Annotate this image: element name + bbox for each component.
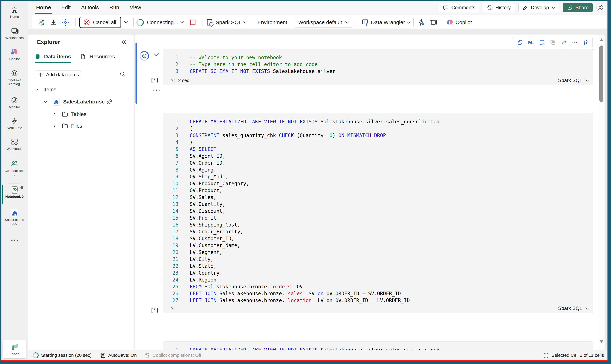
more-cell-actions-button[interactable] xyxy=(570,38,579,47)
tree-item-items[interactable]: Items xyxy=(28,84,134,95)
session-status-dropdown[interactable]: Connecting... xyxy=(136,19,184,26)
code-line[interactable]: 1CREATE MATERIALIZED LAKE VIEW IF NOT EX… xyxy=(163,118,593,125)
code-line[interactable]: 12SV.Sales, xyxy=(163,194,593,201)
code-line[interactable]: 23LV.Country, xyxy=(163,270,593,276)
nav-item-workloads[interactable]: Workloads xyxy=(1,138,28,151)
tree-item-files[interactable]: Files xyxy=(28,120,134,131)
code-line[interactable]: 13SV.Quantity, xyxy=(163,201,593,208)
nav-item-onelake-catalog[interactable]: OneLake catalog xyxy=(1,69,28,86)
expand-cell-button[interactable] xyxy=(559,38,569,47)
cancel-cell-run-button[interactable] xyxy=(140,51,149,61)
code-line[interactable]: 2-- Type here in the cell editor to add … xyxy=(163,61,593,68)
code-line[interactable]: 9OV.Ship_Mode, xyxy=(163,173,593,180)
pin-icon[interactable] xyxy=(107,99,113,104)
tab-resources[interactable]: Resources xyxy=(80,53,115,63)
autosave-status[interactable]: AutoSave: On xyxy=(100,352,137,358)
code-line[interactable]: 27LEFT JOIN SalesLakehouse.bronze.`locat… xyxy=(163,297,593,304)
code-line[interactable]: 25FROM SalesLakehouse.bronze.`orders` OV xyxy=(163,283,593,290)
scrollbar-thumb[interactable] xyxy=(599,45,603,102)
tree-item-saleslakehouse[interactable]: SalesLakehouse xyxy=(28,96,134,107)
add-data-items-button[interactable]: Add data items xyxy=(35,70,81,79)
tab-home[interactable]: Home xyxy=(31,1,56,14)
nav-item-contosofabric[interactable]: ContosoFabric xyxy=(1,160,28,177)
copilot-cell-button[interactable] xyxy=(516,38,525,47)
code-line[interactable]: 2( xyxy=(163,125,593,132)
code-line[interactable]: 5AS SELECT xyxy=(163,146,593,153)
code-line[interactable]: 26LEFT JOIN SalesLakehouse.bronze.`sales… xyxy=(163,290,593,297)
save-button[interactable] xyxy=(37,17,46,27)
code-line[interactable]: 1CREATE MATERIALIZED LAKE VIEW IF NOT EX… xyxy=(163,347,593,350)
nav-item-saleslakehouse[interactable]: SalesLakehouse xyxy=(1,209,28,226)
duplicate-cell-button[interactable] xyxy=(548,38,557,47)
export-button[interactable] xyxy=(49,17,58,27)
nav-item-workspaces[interactable]: Workspaces xyxy=(1,27,28,40)
nav-item-notebook-0[interactable]: Notebook 0 xyxy=(1,186,28,199)
code-line[interactable]: 1-- Welcome to your new notebook xyxy=(163,54,593,61)
data-wrangler-dropdown[interactable]: Data Wrangler xyxy=(361,18,411,26)
tab-run[interactable]: Run xyxy=(104,1,124,14)
stop-session-button[interactable] xyxy=(188,17,198,27)
develop-dropdown[interactable]: Develop xyxy=(518,3,559,12)
code-editor[interactable]: 1-- Welcome to your new notebook2-- Type… xyxy=(163,49,593,75)
code-line[interactable]: 22LV.State, xyxy=(163,263,593,270)
notebook-scrollbar[interactable] xyxy=(598,35,605,350)
copilot-completions-status[interactable]: Copilot completions: Off xyxy=(144,352,201,359)
settings-button[interactable] xyxy=(61,17,70,27)
tab-edit[interactable]: Edit xyxy=(56,1,76,14)
code-line[interactable]: 18SV.Customer_ID, xyxy=(163,235,593,242)
scroll-up-arrow[interactable] xyxy=(599,39,603,41)
nav-item-home[interactable]: Home xyxy=(1,6,28,19)
collapse-cell-button[interactable] xyxy=(154,53,159,57)
code-line[interactable]: 24LV.Region xyxy=(163,276,593,283)
tab-ai-tools[interactable]: AI tools xyxy=(76,1,104,14)
nav-item-real-time[interactable]: Real-Time xyxy=(1,117,28,130)
nav-item-monitor[interactable]: Monitor xyxy=(1,96,28,109)
code-line[interactable]: 20LV.Segment, xyxy=(163,249,593,256)
code-line[interactable]: 7OV.Order_ID, xyxy=(163,159,593,166)
code-cell-3[interactable]: 1CREATE MATERIALIZED LAKE VIEW IF NOT EX… xyxy=(163,341,593,350)
clear-output-button[interactable] xyxy=(537,38,547,47)
cell-language-dropdown[interactable]: Spark SQL xyxy=(558,305,589,311)
code-line[interactable]: 11OV.Product, xyxy=(163,187,593,194)
collapse-explorer-button[interactable] xyxy=(121,39,127,45)
convert-to-markdown-button[interactable]: M↓ xyxy=(527,38,536,47)
cancel-all-button[interactable]: Cancel all xyxy=(79,17,121,28)
environment-menu[interactable]: Environment xyxy=(258,19,287,25)
code-line[interactable]: 15SV.Profit, xyxy=(163,215,593,221)
code-line[interactable]: 14SV.Discount, xyxy=(163,208,593,215)
comments-button[interactable]: Comments xyxy=(439,3,479,12)
code-editor[interactable]: 1CREATE MATERIALIZED LAKE VIEW IF NOT EX… xyxy=(163,342,593,350)
workspace-default-dropdown[interactable]: Workspace default xyxy=(295,17,353,28)
fabric-home-button[interactable]: Fabric xyxy=(3,340,26,358)
add-cell-button[interactable] xyxy=(153,90,160,91)
tab-data-items[interactable]: Data items xyxy=(35,53,71,63)
cancel-all-menu-button[interactable] xyxy=(121,21,131,24)
variables-button[interactable] xyxy=(428,17,438,27)
code-editor[interactable]: 1CREATE MATERIALIZED LAKE VIEW IF NOT EX… xyxy=(163,113,593,304)
code-line[interactable]: 10OV.Product_Category, xyxy=(163,180,593,187)
code-line[interactable]: 16SV.Shipping_Cost, xyxy=(163,221,593,228)
code-line[interactable]: 3CREATE SCHEMA IF NOT EXISTS SalesLakeho… xyxy=(163,68,593,75)
nav-item-copilot[interactable]: Copilot xyxy=(1,48,28,61)
code-cell-2[interactable]: 1CREATE MATERIALIZED LAKE VIEW IF NOT EX… xyxy=(163,113,593,313)
cell-language-dropdown[interactable]: Spark SQL xyxy=(558,78,589,83)
account-avatar[interactable] xyxy=(596,3,605,12)
scroll-down-arrow[interactable] xyxy=(599,340,603,343)
search-button[interactable] xyxy=(120,71,126,77)
code-line[interactable]: 4) xyxy=(163,139,593,146)
delete-cell-button[interactable] xyxy=(581,38,590,47)
more-icon[interactable] xyxy=(1,240,28,241)
tab-view[interactable]: View xyxy=(124,1,146,14)
language-dropdown[interactable]: Spark SQL xyxy=(205,18,247,27)
code-line[interactable]: 6SV.Agent_ID, xyxy=(163,153,593,159)
share-button[interactable]: Share xyxy=(563,3,593,12)
copilot-button[interactable]: Copilot xyxy=(446,19,472,26)
code-line[interactable]: 3CONSTRAINT sales_quantity_chk CHECK (Qu… xyxy=(163,132,593,139)
code-cell-1[interactable]: 1-- Welcome to your new notebook2-- Type… xyxy=(163,49,593,85)
history-button[interactable]: History xyxy=(483,3,515,12)
tree-item-tables[interactable]: Tables xyxy=(28,109,134,120)
code-line[interactable]: 17SV.Order_Priority, xyxy=(163,228,593,235)
code-line[interactable]: 19LV.Customer_Name, xyxy=(163,242,593,249)
code-line[interactable]: 21LV.City, xyxy=(163,256,593,263)
code-line[interactable]: 8OV.Aging, xyxy=(163,166,593,173)
